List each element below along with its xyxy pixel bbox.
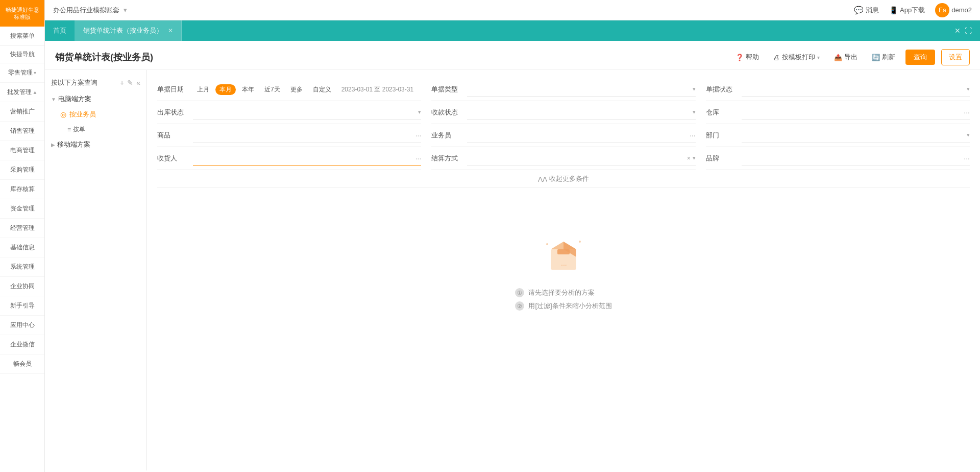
doctype-field[interactable]: ▾ (467, 82, 695, 97)
collapse-bar[interactable]: ⋀⋀ 收起更多条件 (157, 170, 970, 188)
sidebar-item-sales[interactable]: 销售管理 (0, 122, 44, 141)
collapse-panel-icon[interactable]: « (136, 79, 140, 87)
outstatus-arrow-icon: ▾ (418, 109, 421, 115)
add-plan-icon[interactable]: + (120, 79, 124, 87)
sidebar-item-system[interactable]: 系统管理 (0, 257, 44, 277)
left-panel-header: 按以下方案查询 + ✎ « (45, 76, 146, 91)
search-menu[interactable]: 搜索菜单 (0, 27, 44, 46)
sidebar-item-operations[interactable]: 经营管理 (0, 219, 44, 238)
docstatus-label: 单据状态 (706, 85, 742, 94)
sidebar-logo: 畅捷通好生意 标准版 (0, 0, 44, 27)
docstatus-field[interactable]: ▾ (742, 82, 970, 97)
tab-home[interactable]: 首页 (45, 20, 75, 41)
print-arrow-icon: ▾ (817, 55, 820, 60)
edit-plan-icon[interactable]: ✎ (127, 79, 133, 87)
sidebar-item-retail[interactable]: 零售管理 ▾ (0, 63, 44, 83)
doctype-label: 单据类型 (431, 85, 467, 94)
filter-row-4: 收货人 ··· 结算方式 × ▾ (157, 147, 970, 170)
tab-sales-stat[interactable]: 销货单统计表（按业务员） ✕ (75, 20, 182, 41)
warehouse-field[interactable]: ··· (742, 105, 970, 120)
sidebar-item-vip[interactable]: 畅会员 (0, 355, 44, 374)
sidebar-item-newbie-label: 新手引导 (10, 301, 35, 310)
help-icon: ❓ (736, 54, 744, 61)
sidebar-item-cooperation[interactable]: 企业协同 (0, 277, 44, 296)
tab-home-label: 首页 (53, 26, 66, 35)
sidebar-item-newbie[interactable]: 新手引导 (0, 296, 44, 316)
tip-num-1: ① (515, 288, 524, 297)
sidebar-item-inventory[interactable]: 库存核算 (0, 180, 44, 199)
settings-button[interactable]: 设置 (941, 49, 970, 65)
date-btn-this-month[interactable]: 本月 (215, 84, 236, 95)
plan-subitem-by-order[interactable]: ≡ 按单 (45, 122, 146, 137)
goods-field[interactable]: ··· (193, 128, 421, 143)
topbar: 办公用品行业模拟账套 ▾ 💬 消息 📱 App下载 Ea demo2 (45, 0, 980, 20)
plan-group-desktop-title[interactable]: ▼ 电脑端方案 (45, 91, 146, 107)
topbar-right: 💬 消息 📱 App下载 Ea demo2 (854, 3, 972, 17)
tab-close-window-icon[interactable]: ✕ (954, 27, 961, 35)
sidebar-item-sales-label: 销售管理 (10, 127, 35, 135)
filter-cell-brand: 品牌 ··· (706, 147, 970, 170)
filter-row-2: 出库状态 ▾ 收款状态 ▾ (157, 101, 970, 124)
sidebar-item-basic-label: 基础信息 (10, 243, 35, 252)
by-order-label: 按单 (73, 125, 85, 134)
by-salesperson-icon: ◎ (60, 110, 66, 119)
tab-close-icon[interactable]: ✕ (168, 27, 173, 34)
breadcrumb-text: 办公用品行业模拟账套 (53, 6, 119, 15)
message-item[interactable]: 💬 消息 (854, 6, 879, 15)
settlement-arrow-icon: ▾ (693, 155, 696, 161)
export-icon: 📤 (834, 54, 842, 61)
sidebar-item-appcenter-label: 应用中心 (10, 321, 35, 329)
date-btn-more[interactable]: 更多 (286, 84, 307, 95)
app-download-item[interactable]: 📱 App下载 (889, 6, 925, 15)
tabbar-actions: ✕ ⛶ (954, 20, 980, 41)
date-btn-custom[interactable]: 自定义 (309, 84, 335, 95)
sidebar-item-retail-label: 零售管理 (8, 68, 33, 77)
sidebar-item-basic[interactable]: 基础信息 (0, 238, 44, 257)
user-info[interactable]: Ea demo2 (935, 3, 972, 17)
main-area: 办公用品行业模拟账套 ▾ 💬 消息 📱 App下载 Ea demo2 首页 销货… (45, 0, 980, 472)
retail-arrow-icon: ▾ (34, 70, 36, 76)
brand-field[interactable]: ··· (742, 151, 970, 166)
export-button[interactable]: 📤 导出 (830, 51, 862, 64)
sidebar-item-weixin[interactable]: 企业微信 (0, 335, 44, 355)
left-panel-icons: + ✎ « (120, 79, 140, 87)
sidebar-item-wholesale[interactable]: 批发管理 ▲ (0, 83, 44, 102)
query-button[interactable]: 查询 (905, 50, 935, 65)
page-header: 销货单统计表(按业务员) ❓ 帮助 🖨 按模板打印 ▾ 📤 导出 (45, 41, 980, 70)
dept-field[interactable]: ▾ (742, 128, 970, 143)
settlement-clear-icon[interactable]: × (687, 155, 691, 162)
settlement-field[interactable]: × ▾ (467, 151, 695, 166)
page-title: 销货单统计表(按业务员) (55, 51, 153, 63)
payment-field[interactable]: ▾ (467, 105, 695, 120)
user-name: demo2 (951, 6, 972, 14)
plan-item-by-salesperson[interactable]: ◎ 按业务员 (45, 107, 146, 122)
tab-sales-stat-label: 销货单统计表（按业务员） (83, 26, 163, 35)
quick-nav[interactable]: 快捷导航 (0, 46, 44, 63)
date-btn-7days[interactable]: 近7天 (260, 84, 284, 95)
date-btn-last-month[interactable]: 上月 (193, 84, 213, 95)
date-btn-this-year[interactable]: 本年 (238, 84, 258, 95)
sidebar-item-marketing[interactable]: 营销推广 (0, 102, 44, 122)
tip-text-1: 请先选择要分析的方案 (528, 288, 595, 297)
receiver-field[interactable]: ··· (193, 151, 421, 166)
sidebar-item-appcenter[interactable]: 应用中心 (0, 316, 44, 335)
left-panel: 按以下方案查询 + ✎ « ▼ 电脑端方案 (45, 70, 147, 470)
filter-cell-payment: 收款状态 ▾ (431, 101, 695, 124)
plan-group-mobile-title[interactable]: ▶ 移动端方案 (45, 137, 146, 152)
help-button[interactable]: ❓ 帮助 (731, 51, 763, 64)
filter-cell-dept: 部门 ▾ (706, 124, 970, 147)
breadcrumb-dropdown-icon[interactable]: ▾ (124, 6, 127, 14)
sidebar-item-ecommerce[interactable]: 电商管理 (0, 141, 44, 160)
wholesale-arrow-icon: ▲ (33, 89, 38, 95)
right-panel: 单据日期 上月 本月 本年 近7天 更多 自定义 2023-03-01 至 20… (147, 70, 980, 470)
sidebar-item-finance[interactable]: 资金管理 (0, 199, 44, 219)
salesperson-field[interactable]: ··· (467, 128, 695, 143)
outstatus-field[interactable]: ▾ (193, 105, 421, 120)
sidebar-item-purchase[interactable]: 采购管理 (0, 160, 44, 180)
filter-row-1: 单据日期 上月 本月 本年 近7天 更多 自定义 2023-03-01 至 20… (157, 78, 970, 101)
mobile-group-label: 移动端方案 (57, 140, 90, 149)
refresh-button[interactable]: 🔄 刷新 (868, 51, 899, 64)
svg-text:...: ... (561, 259, 567, 267)
tab-expand-icon[interactable]: ⛶ (965, 27, 972, 35)
print-button[interactable]: 🖨 按模板打印 ▾ (769, 51, 824, 64)
